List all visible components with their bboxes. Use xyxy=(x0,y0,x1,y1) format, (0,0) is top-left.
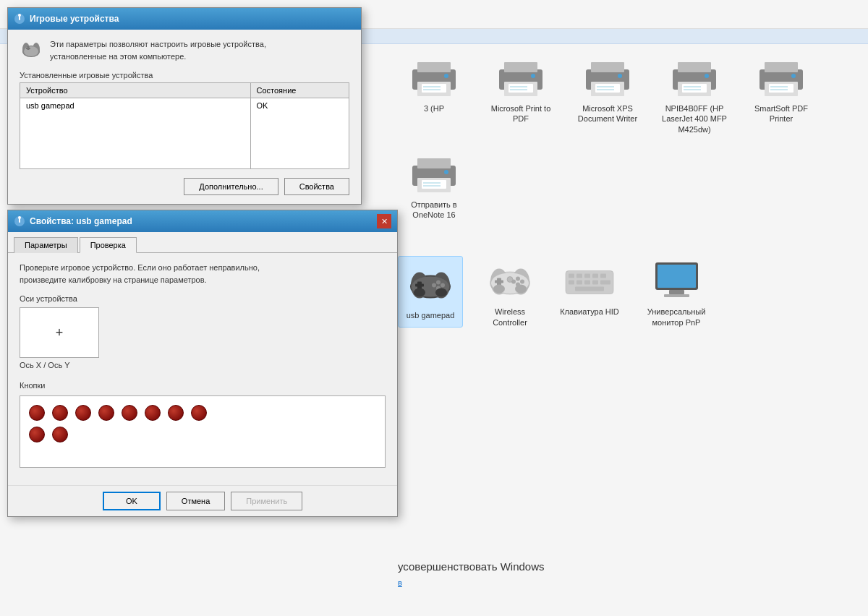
device-usb-gamepad[interactable]: usb gamepad xyxy=(398,256,463,328)
svg-rect-18 xyxy=(597,86,614,87)
svg-point-61 xyxy=(520,280,524,284)
svg-point-49 xyxy=(441,283,445,288)
buttons-grid xyxy=(20,395,386,468)
ok-button[interactable]: OK xyxy=(103,492,161,510)
device-keyboard-hid[interactable]: Клавиатура HID xyxy=(557,256,622,328)
svg-rect-26 xyxy=(684,89,701,90)
svg-rect-3 xyxy=(422,84,446,93)
svg-point-51 xyxy=(432,283,436,288)
cancel-button[interactable]: Отмена xyxy=(166,492,225,510)
button-indicator-7 xyxy=(168,405,184,421)
printer-icon-svg xyxy=(409,153,459,196)
dialog-properties: Свойства: usb gamepad ✕ Параметры Провер… xyxy=(7,210,398,517)
device-label: Microsoft XPSDocument Writer xyxy=(578,103,637,124)
properties-button[interactable]: Свойства xyxy=(284,178,349,195)
gamepad-dark-icon-area xyxy=(401,260,459,310)
axes-section: Оси устройства + Ось X / Ось Y xyxy=(20,294,386,369)
props-tab-content: Проверьте игровое устройство. Если оно р… xyxy=(8,253,397,485)
printer-icon-svg xyxy=(409,56,459,100)
dialog-info: Эти параметры позволяют настроить игровы… xyxy=(20,38,349,62)
button-indicator-2 xyxy=(52,405,68,421)
device-label: 3 (HP xyxy=(424,103,444,114)
tab-check[interactable]: Проверка xyxy=(80,237,137,253)
svg-rect-8 xyxy=(504,62,537,72)
svg-rect-72 xyxy=(600,274,606,278)
svg-rect-17 xyxy=(595,84,620,93)
device-onenote[interactable]: Отправить вOneNote 16 xyxy=(398,149,470,221)
table-header-device: Устройство xyxy=(20,83,251,98)
svg-point-66 xyxy=(515,285,527,294)
button-indicator-5 xyxy=(122,405,137,421)
printer-icon-svg xyxy=(669,56,720,100)
gamepad-dark-icon-svg xyxy=(405,263,456,307)
tab-params[interactable]: Параметры xyxy=(14,237,78,253)
device-label: Универсальныймонитор PnP xyxy=(647,307,706,328)
svg-point-6 xyxy=(444,74,448,78)
dialog-game-controllers: Игровые устройства Эти параметры позволя… xyxy=(7,7,362,205)
svg-rect-70 xyxy=(584,274,590,278)
props-title-icon xyxy=(14,215,25,227)
svg-point-65 xyxy=(493,285,505,294)
svg-rect-4 xyxy=(423,86,441,87)
device-label: Клавиатура HID xyxy=(560,307,619,317)
printer-icon-svg xyxy=(756,56,807,100)
device-label: NPIB4B0FF (HPLaserJet 400 MFPM425dw) xyxy=(662,103,727,134)
printer-icon-area xyxy=(665,53,723,103)
gamepad-info-icon xyxy=(20,38,43,61)
svg-point-48 xyxy=(436,281,441,285)
advanced-button[interactable]: Дополнительно... xyxy=(184,178,278,195)
svg-rect-81 xyxy=(669,290,684,294)
props-action-buttons: OK Отмена Применить xyxy=(8,485,397,516)
svg-point-64 xyxy=(507,277,513,283)
improve-windows-link[interactable]: в xyxy=(398,578,402,587)
svg-point-89 xyxy=(24,46,38,56)
button-indicator-10 xyxy=(52,427,68,442)
device-monitor-pnp[interactable]: Универсальныймонитор PnP xyxy=(637,256,716,328)
buttons-label: Кнопки xyxy=(20,381,386,390)
svg-point-53 xyxy=(435,288,447,297)
svg-rect-74 xyxy=(576,281,582,285)
svg-rect-75 xyxy=(584,281,590,285)
device-label: WirelessController xyxy=(493,307,527,328)
device-status-cell: OK xyxy=(250,98,349,169)
props-close-button[interactable]: ✕ xyxy=(377,214,391,228)
printer-icon-area xyxy=(752,53,810,103)
keyboard-icon-svg xyxy=(564,263,615,299)
button-indicator-4 xyxy=(98,405,114,421)
svg-rect-19 xyxy=(597,89,614,90)
device-name-cell: usb gamepad xyxy=(20,98,251,169)
keyboard-icon-area xyxy=(561,256,618,307)
printer-icon-area xyxy=(579,53,637,103)
device-smartsoft-pdf[interactable]: SmartSoft PDFPrinter xyxy=(745,53,817,134)
device-printer-hp-partial[interactable]: 3 (HP xyxy=(398,53,470,134)
printer-icon-area xyxy=(405,53,463,103)
device-ms-print-pdf[interactable]: Microsoft Print toPDF xyxy=(485,53,557,134)
svg-rect-77 xyxy=(600,281,610,285)
svg-rect-22 xyxy=(678,62,711,72)
tabs-bar: Параметры Проверка xyxy=(8,232,397,253)
monitor-icon-svg xyxy=(653,260,700,303)
svg-rect-11 xyxy=(510,86,527,87)
printer-icon-svg xyxy=(582,56,633,100)
device-npib4b0ff[interactable]: NPIB4B0FF (HPLaserJet 400 MFPM425dw) xyxy=(658,53,731,134)
apply-button[interactable]: Применить xyxy=(231,492,302,510)
monitor-icon-area xyxy=(647,256,705,307)
svg-rect-1 xyxy=(417,62,451,72)
props-title-text: Свойства: usb gamepad xyxy=(14,215,132,227)
device-label: Отправить вOneNote 16 xyxy=(411,200,456,221)
svg-rect-91 xyxy=(27,46,30,50)
dialog-game-controllers-content: Эти параметры позволяют настроить игровы… xyxy=(8,30,361,204)
table-row[interactable]: usb gamepad OK xyxy=(20,98,349,169)
svg-point-60 xyxy=(516,277,520,281)
device-ms-xps[interactable]: Microsoft XPSDocument Writer xyxy=(571,53,644,134)
device-wireless-controller[interactable]: WirelessController xyxy=(477,256,542,328)
svg-rect-25 xyxy=(684,86,701,87)
buttons-row-1 xyxy=(29,405,376,421)
svg-rect-39 xyxy=(423,182,441,184)
axes-box: + xyxy=(20,307,99,358)
svg-rect-47 xyxy=(417,282,422,289)
devices-row2-grid: usb gamepad xyxy=(398,256,856,328)
device-label: usb gamepad xyxy=(407,310,455,320)
props-description: Проверьте игровое устройство. Если оно р… xyxy=(20,262,386,286)
svg-rect-29 xyxy=(765,62,798,72)
